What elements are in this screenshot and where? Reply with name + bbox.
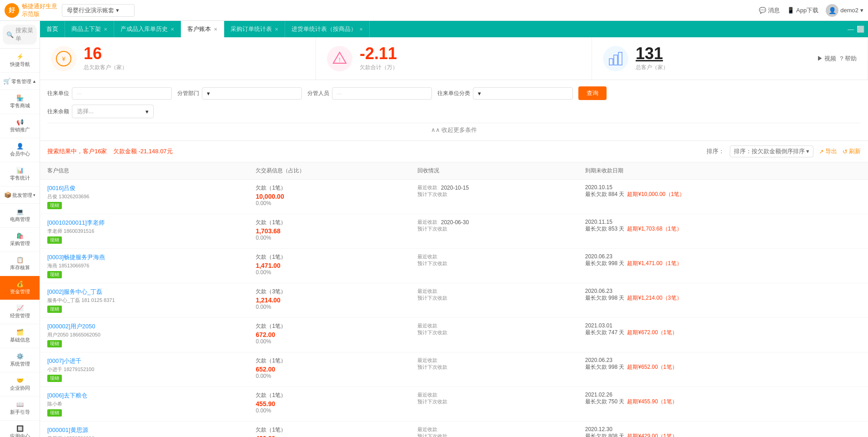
customer-name-link-0[interactable]: [0016]吕俊 (47, 184, 241, 192)
tab-close-inbound-history[interactable]: ✕ (171, 27, 174, 32)
sidebar-item-quick-nav[interactable]: ⚡ 快捷导航 (0, 49, 40, 73)
tab-close-purchase-stats[interactable]: ✕ (275, 27, 278, 32)
debt-ratio-6: 0.00% (256, 407, 402, 414)
table-row: [000001]黄思源 黄思源 13552700226 现销 欠款（1笔） 42… (40, 422, 868, 437)
tab-close-product-listing[interactable]: ✕ (104, 27, 107, 32)
overdue-link-1[interactable]: 超期¥1,703.68（1笔） (627, 225, 682, 233)
customer-name-link-5[interactable]: [0007]小进千 (47, 357, 241, 365)
table-area: 搜索结果中，客户16家 欠款金额 -21,148.07元 排序： 排序：按欠款金… (40, 141, 868, 437)
cell-debt-5: 欠款（1笔） 652.00 0.00% (248, 352, 410, 387)
sidebar-item-finance[interactable]: 💰 资金管理 (0, 276, 40, 300)
stat-number-debt-amount: -2.11 (360, 45, 581, 62)
tab-customer-account[interactable]: 客户账本 ✕ (181, 21, 224, 37)
chevron-down-icon: ▾ (860, 7, 863, 14)
tab-inbound-stats[interactable]: 进货单统计表（按商品） ✕ (285, 21, 370, 37)
debt-amount-1: 1,703.68 (256, 227, 402, 235)
tab-product-listing[interactable]: 商品上下架 ✕ (65, 21, 114, 37)
logo-area: 好 畅捷通好生意 示范版 (5, 3, 57, 18)
marketing-icon: 📢 (3, 119, 37, 126)
top-right: 💬 消息 📱 App下载 👤 demo2 ▾ (759, 4, 863, 17)
video-icon: ▶ (817, 55, 823, 62)
tab-purchase-stats[interactable]: 采购订单统计表 ✕ (224, 21, 285, 37)
customer-name-link-3[interactable]: [0002]服务中心_丁磊 (47, 288, 241, 296)
overdue-link-3[interactable]: 超期¥1,214.00（3笔） (627, 294, 682, 302)
sidebar-item-business[interactable]: 📈 经营管理 (0, 300, 40, 324)
logo-icon: 好 (5, 3, 19, 18)
overdue-link-2[interactable]: 超期¥1,471.00（1笔） (627, 260, 682, 267)
company-select[interactable]: 母婴行业演示账套 ▾ (62, 4, 135, 17)
cell-debt-2: 欠款（1笔） 1,471.00 0.00% (248, 249, 410, 283)
sidebar-item-marketing[interactable]: 📢 营销推广 (0, 114, 40, 138)
filter-input-balance[interactable]: 选择... ▾ (72, 105, 154, 118)
customer-name-link-4[interactable]: [000002]用户2050 (47, 322, 241, 331)
customer-name-link-7[interactable]: [000001]黄思源 (47, 426, 241, 434)
next-collection-3: 预计下次收款 (417, 295, 571, 301)
customer-name-link-1[interactable]: [00010200011]李老师 (47, 219, 241, 227)
customer-name-link-2[interactable]: [0003]畅捷服务尹海燕 (47, 253, 241, 261)
username: demo2 (840, 7, 858, 14)
tab-inbound-history[interactable]: 产成品入库单历史 ✕ (114, 21, 181, 37)
debt-amount-svg-icon: ! (331, 50, 348, 67)
total-customers-svg-icon (607, 50, 624, 67)
next-collection-0: 预计下次收款 (417, 191, 571, 198)
ecommerce-icon: 💻 (3, 208, 37, 215)
customer-name-link-6[interactable]: [0006]去下粮仓 (47, 392, 241, 400)
sidebar-label-guide: 新手引导 (3, 409, 37, 416)
filter-input-category[interactable]: ▾ (473, 87, 573, 100)
stats-row: ¥ 16 总欠款客户（家） ! (40, 37, 868, 80)
last-collection-date-1: 2020-06-30 (441, 219, 469, 226)
sidebar-item-system[interactable]: ⚙️ 系统管理 (0, 348, 40, 372)
sidebar-item-purchase[interactable]: 🛍️ 采购管理 (0, 228, 40, 252)
sidebar-item-collab[interactable]: 🤝 企业协同 (0, 372, 40, 397)
stat-icon-debt-amount: ! (327, 46, 352, 71)
filter-input-person[interactable]: ··· (332, 87, 432, 100)
overdue-link-5[interactable]: 超期¥652.00（1笔） (627, 363, 677, 371)
help-btn[interactable]: ? 帮助 (840, 55, 857, 63)
sidebar-item-basic-info[interactable]: 🗂️ 基础信息 (0, 324, 40, 348)
sort-label-text: 排序： (707, 147, 724, 156)
sidebar-item-inventory[interactable]: 📋 库存核算 (0, 252, 40, 276)
overdue-link-6[interactable]: 超期¥455.90（1笔） (627, 398, 677, 406)
overdue-link-7[interactable]: 超期¥429.00（1笔） (627, 432, 677, 437)
debt-amount-4: 672.00 (256, 331, 402, 338)
export-btn[interactable]: ↗ 导出 (819, 147, 837, 156)
overdue-link-0[interactable]: 超期¥10,000.00（1笔） (627, 191, 685, 198)
refresh-btn[interactable]: ↺ 刷新 (843, 147, 861, 156)
app-download-btn[interactable]: 📱 App下载 (787, 6, 818, 15)
sidebar-item-retail-stats[interactable]: 📊 零售统计 (0, 162, 40, 186)
collapse-up-icon: ∧∧ (431, 126, 440, 133)
tab-close-inbound-stats[interactable]: ✕ (359, 27, 363, 32)
customer-table: 客户信息 欠交易信息（占比） 回收情况 到期未收款日期 [0016]吕俊 吕俊 … (40, 162, 868, 437)
message-btn[interactable]: 💬 消息 (759, 6, 780, 15)
sidebar-item-member[interactable]: 👤 会员中心 (0, 138, 40, 162)
sidebar-item-app-center[interactable]: 🔲 应用中心 (0, 421, 40, 437)
due-date-5: 2020.06.23 (585, 357, 861, 363)
tab-expand-btn[interactable]: ⬜ (857, 25, 864, 33)
filter-collapse-btn[interactable]: ∧∧ 收起更多条件 (47, 123, 861, 137)
help-label: 帮助 (845, 55, 857, 62)
tab-home[interactable]: 首页 (40, 21, 65, 37)
sidebar-search-box[interactable]: 🔍 搜索菜单 (3, 25, 37, 45)
filter-input-customer[interactable]: ··· (72, 87, 172, 100)
customer-contact-2: 海燕 18513066976 (47, 262, 241, 269)
sidebar-label-finance: 资金管理 (3, 288, 37, 295)
sidebar-item-guide[interactable]: 📖 新手引导 (0, 397, 40, 421)
user-menu[interactable]: 👤 demo2 ▾ (826, 4, 863, 17)
next-collection-4: 预计下次收款 (417, 329, 571, 336)
sidebar-item-ecommerce[interactable]: 💻 电商管理 (0, 204, 40, 228)
tab-collapse-btn[interactable]: — (848, 25, 854, 33)
cell-customer-4: [000002]用户2050 用户2050 18665062050 现销 (40, 318, 248, 352)
sidebar-item-retail-mall[interactable]: 🏪 零售商城 (0, 90, 40, 114)
video-btn[interactable]: ▶ 视频 (817, 55, 837, 63)
query-button[interactable]: 查询 (578, 86, 607, 100)
main-content: ¥ 16 总欠款客户（家） ! (40, 37, 868, 437)
last-collection-label-3: 最近收款 (417, 288, 437, 295)
filter-input-dept[interactable]: ▾ (202, 87, 302, 100)
sort-select[interactable]: 排序：按欠款金额倒序排序 ▾ (730, 146, 813, 157)
cell-debt-7: 欠款（1笔） 429.00 0.00% (248, 422, 410, 437)
stat-label-debt-amount: 欠款合计（万） (360, 64, 581, 71)
tab-close-customer-account[interactable]: ✕ (214, 27, 217, 32)
sidebar-item-wholesale[interactable]: 📦 批发管理 ▾ (0, 186, 40, 204)
sidebar-item-retail-mgmt[interactable]: 🛒 零售管理 ▲ (0, 73, 40, 90)
overdue-link-4[interactable]: 超期¥672.00（1笔） (627, 329, 677, 337)
